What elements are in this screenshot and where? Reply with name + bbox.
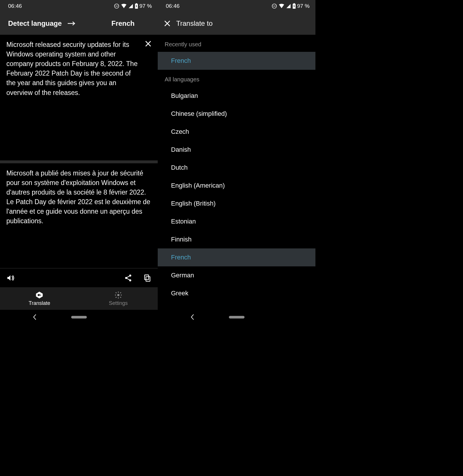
gear-icon [114,291,122,299]
language-row[interactable]: Chinese (simplified) [158,105,315,123]
chevron-left-icon [32,314,37,321]
system-back-button[interactable] [32,314,37,321]
language-list[interactable]: Recently used French All languages Bulga… [158,35,315,310]
volume-icon [6,274,14,282]
translated-text: Microsoft a publié des mises à jour de s… [6,169,151,226]
language-row[interactable]: German [158,266,315,284]
nav-settings[interactable]: Settings [79,287,158,310]
translate-icon [35,291,43,299]
status-icons: 97 % [271,3,310,9]
svg-rect-13 [145,275,149,279]
close-icon [163,20,171,27]
clock: 06:46 [8,3,22,9]
nav-settings-label: Settings [109,300,128,306]
language-row[interactable]: Danish [158,141,315,159]
source-pane[interactable]: Microsoft released security updates for … [0,35,158,160]
clock: 06:46 [166,3,180,9]
share-button[interactable] [124,274,132,282]
language-row[interactable]: Dutch [158,159,315,177]
dnd-icon [271,3,277,9]
language-pair-bar: Detect language French [0,12,158,35]
language-row[interactable]: Czech [158,123,315,141]
system-nav [158,310,315,324]
system-home-pill[interactable] [71,316,87,318]
svg-rect-3 [136,3,137,4]
wifi-icon [121,3,127,9]
language-row[interactable]: Greek [158,284,315,302]
source-language-selector[interactable]: Detect language [8,19,67,28]
svg-line-10 [127,276,129,277]
system-nav [0,310,158,324]
language-row[interactable]: English (American) [158,177,315,195]
svg-point-15 [117,294,119,296]
clear-input-button[interactable] [144,40,152,47]
signal-icon [286,3,291,9]
all-languages-label: All languages [158,70,315,87]
share-icon [124,274,132,282]
status-bar: 06:46 97 % [158,0,315,12]
copy-button[interactable] [143,274,151,282]
dnd-icon [114,3,120,9]
battery-text: 97 % [297,3,310,9]
translate-body: Microsoft released security updates for … [0,35,158,310]
close-picker-button[interactable] [163,20,171,27]
status-bar: 06:46 97 % [0,0,158,12]
svg-rect-19 [293,3,295,4]
target-language-selector[interactable]: French [76,19,149,28]
language-row[interactable]: French [158,248,315,266]
copy-icon [143,274,151,282]
battery-icon [292,3,296,9]
recently-used-label: Recently used [158,35,315,52]
signal-icon [128,3,133,9]
language-row[interactable]: Finnish [158,230,315,248]
language-row[interactable]: English (British) [158,195,315,213]
svg-point-8 [125,277,127,279]
close-icon [144,40,152,47]
nav-translate-label: Translate [29,300,50,306]
chevron-left-icon [190,314,195,321]
svg-line-11 [127,278,129,280]
svg-rect-12 [146,277,150,281]
picker-header: Translate to [158,12,315,35]
svg-point-7 [129,274,131,277]
arrow-right-icon[interactable] [67,21,76,26]
bottom-nav: Translate Settings [0,287,158,310]
screen-language-picker: 06:46 97 % Translate to Recently used Fr… [158,0,315,324]
system-back-button[interactable] [190,314,195,321]
wifi-icon [278,3,285,9]
language-row[interactable]: Estonian [158,213,315,230]
language-row[interactable]: Bulgarian [158,87,315,105]
svg-point-9 [129,279,131,281]
battery-text: 97 % [139,3,152,9]
system-home-pill[interactable] [229,316,245,318]
status-icons: 97 % [114,3,152,9]
language-row[interactable]: French [158,52,315,70]
speak-button[interactable] [6,274,14,282]
picker-title: Translate to [176,19,213,28]
target-pane: Microsoft a publié des mises à jour de s… [0,160,158,268]
screen-translate: 06:46 97 % Detect language French Micros… [0,0,158,324]
nav-translate[interactable]: Translate [0,287,79,310]
source-text[interactable]: Microsoft released security updates for … [6,40,151,98]
action-row [0,268,158,287]
battery-icon [135,3,138,9]
